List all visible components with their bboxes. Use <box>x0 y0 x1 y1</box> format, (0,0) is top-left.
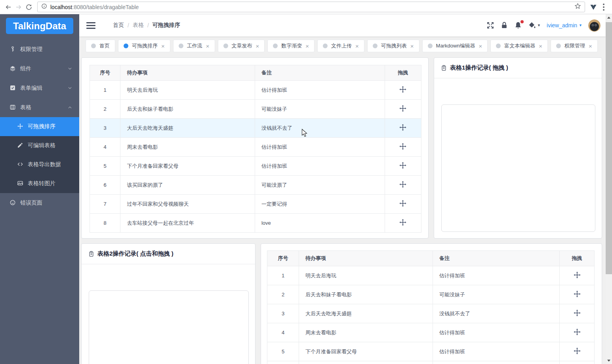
drag-handle-move-icon[interactable] <box>573 328 581 336</box>
bell-icon[interactable] <box>514 21 522 29</box>
table-row[interactable]: 8去车站接父母一起在北京过年love <box>90 214 421 233</box>
drag-handle-move-icon[interactable] <box>399 104 407 112</box>
close-icon[interactable]: × <box>161 43 165 49</box>
drag-handle-move-icon[interactable] <box>399 161 407 169</box>
bookmark-star-icon[interactable] <box>574 3 581 11</box>
drag-handle-move-icon[interactable] <box>573 290 581 298</box>
table-row[interactable]: 6该买回家的票了可能没票了 <box>267 361 595 364</box>
info-icon[interactable] <box>41 3 47 11</box>
tab-markdown-editor[interactable]: Markdown编辑器 × <box>422 40 488 52</box>
sidebar-item-tables[interactable]: 表格 <box>0 98 79 117</box>
cell-note: 可能没妹子 <box>255 100 385 119</box>
tab-article-publish[interactable]: 文章发布 × <box>218 40 265 52</box>
page-scrollbar[interactable] <box>606 14 612 364</box>
scroll-up-button[interactable] <box>606 14 612 21</box>
table-row[interactable]: 1明天去后海玩估计得加班 <box>90 81 421 100</box>
fullscreen-icon[interactable] <box>486 21 494 29</box>
drag-handle-move-icon[interactable] <box>573 309 581 317</box>
forward-icon[interactable] <box>13 2 24 12</box>
tab-file-upload[interactable]: 文件上传 × <box>317 40 364 52</box>
cell-note: 估计得加班 <box>433 266 560 285</box>
close-icon[interactable]: × <box>410 43 414 49</box>
tabs-bar: 首页 可拖拽排序 × 工作流 × 文章发布 × 数字渐变 × 文件上传 × 可拖… <box>79 36 606 55</box>
refresh-icon[interactable] <box>24 2 34 12</box>
cell-index: 5 <box>90 157 120 176</box>
table-row[interactable]: 3大后天去吃海天盛筵没钱就不去了 <box>90 119 421 138</box>
app-logo[interactable]: TalkingData <box>6 18 73 34</box>
table-row[interactable]: 5下个月准备回家看父母估计得加班 <box>267 342 595 361</box>
cell-index: 5 <box>267 342 299 361</box>
close-icon[interactable]: × <box>256 43 259 49</box>
cell-todo: 下个月准备回家看父母 <box>120 157 255 176</box>
cell-note: 估计得加班 <box>255 138 385 157</box>
tab-dot-icon <box>428 44 433 48</box>
drag-handle-move-icon[interactable] <box>399 123 407 131</box>
sidebar-item-table-to-image[interactable]: 表格转图片 <box>0 174 79 193</box>
drag-handle-move-icon[interactable] <box>399 85 407 93</box>
lock-icon[interactable] <box>500 21 508 29</box>
table-row[interactable]: 4周末去看电影估计得加班 <box>90 138 421 157</box>
sidebar-item-error-pages[interactable]: 错误页面 <box>0 193 79 212</box>
breadcrumb-current: 可拖拽排序 <box>153 22 180 29</box>
pencil-icon <box>17 142 24 149</box>
hamburger-menu-icon[interactable] <box>86 22 95 29</box>
drag-click-table-card: 序号待办事项备注拖拽1明天去后海玩估计得加班2后天去和妹子看电影可能没妹子3大后… <box>261 243 602 364</box>
scrollbar-thumb[interactable] <box>606 22 612 274</box>
cell-todo: 明天去后海玩 <box>299 266 433 285</box>
cell-index: 6 <box>267 361 299 364</box>
browser-menu-icon[interactable] <box>599 2 609 12</box>
close-icon[interactable]: × <box>589 43 592 49</box>
tab-number-transition[interactable]: 数字渐变 × <box>267 40 315 52</box>
close-icon[interactable]: × <box>539 43 542 49</box>
sidebar-item-drag-sort[interactable]: 可拖拽排序 <box>0 117 79 136</box>
cell-todo: 周末去看电影 <box>120 138 255 157</box>
close-icon[interactable]: × <box>305 43 309 49</box>
breadcrumb-tables[interactable]: 表格 <box>133 22 144 29</box>
close-icon[interactable]: × <box>479 43 482 49</box>
tab-permissions[interactable]: 权限管理 × <box>551 40 598 52</box>
tab-drag-list[interactable]: 可拖拽列表 × <box>367 40 419 52</box>
table-row[interactable]: 7过年不回家和父母视频聊天一定要记得 <box>90 195 421 214</box>
tab-home[interactable]: 首页 <box>86 40 115 52</box>
sidebar-item-form-edit[interactable]: 表单编辑 <box>0 78 79 98</box>
drag-handle-move-icon[interactable] <box>573 347 581 355</box>
tab-workflow[interactable]: 工作流 × <box>173 40 215 52</box>
tab-drag-sort[interactable]: 可拖拽排序 × <box>118 40 170 52</box>
table-row[interactable]: 4周末去看电影估计得加班 <box>267 323 595 342</box>
cell-todo: 周末去看电影 <box>299 323 433 342</box>
drag-handle-move-icon[interactable] <box>399 218 407 226</box>
drag-handle-move-icon[interactable] <box>399 199 407 207</box>
drag-handle-move-icon[interactable] <box>399 180 407 188</box>
sidebar-item-table-export[interactable]: 表格导出数据 <box>0 155 79 174</box>
sidebar-item-editable-table[interactable]: 可编辑表格 <box>0 136 79 155</box>
avatar <box>588 19 601 32</box>
table-row[interactable]: 2后天去和妹子看电影可能没妹子 <box>90 100 421 119</box>
back-icon[interactable] <box>3 2 13 12</box>
code-icon <box>17 161 24 168</box>
drag-handle-move-icon[interactable] <box>573 271 581 279</box>
tab-dot-icon <box>124 44 128 48</box>
vue-devtools-icon[interactable] <box>588 2 599 12</box>
cell-index: 4 <box>90 138 120 157</box>
close-icon[interactable]: × <box>206 43 210 49</box>
user-dropdown[interactable]: iview_admin ▼ <box>547 22 582 28</box>
url-bar[interactable]: localhost:8080/tables/dragableTable <box>37 2 585 12</box>
sidebar-item-permissions[interactable]: 权限管理 <box>0 40 79 59</box>
table-row[interactable]: 3大后天去吃海天盛筵没钱就不去了 <box>267 304 595 323</box>
table-row[interactable]: 1明天去后海玩估计得加班 <box>267 266 595 285</box>
cell-note: 可能没票了 <box>433 361 560 364</box>
table-row[interactable]: 6该买回家的票了可能没票了 <box>90 176 421 195</box>
drag-handle-move-icon[interactable] <box>399 142 407 150</box>
sidebar-item-components[interactable]: 组件 <box>0 59 79 78</box>
sidebar-menu: 权限管理 组件 表单编辑 表格 可拖拽排序 可编辑表格 表格导出数据 表格转图片… <box>0 40 79 212</box>
table-row[interactable]: 2后天去和妹子看电影可能没妹子 <box>267 285 595 304</box>
card-title: 表格1操作记录( 拖拽 ) <box>434 58 602 78</box>
cell-note: 没钱就不去了 <box>255 119 385 138</box>
close-icon[interactable]: × <box>355 43 359 49</box>
table-row[interactable]: 5下个月准备回家看父母估计得加班 <box>90 157 421 176</box>
sidebar: TalkingData 权限管理 组件 表单编辑 表格 可拖拽排序 可编辑表格 … <box>0 14 79 364</box>
tab-rich-text-editor[interactable]: 富文本编辑器 × <box>490 40 548 52</box>
scroll-down-button[interactable] <box>606 357 612 364</box>
theme-bucket-icon[interactable]: ▼ <box>528 21 541 29</box>
breadcrumb-home[interactable]: 首页 <box>113 22 124 29</box>
